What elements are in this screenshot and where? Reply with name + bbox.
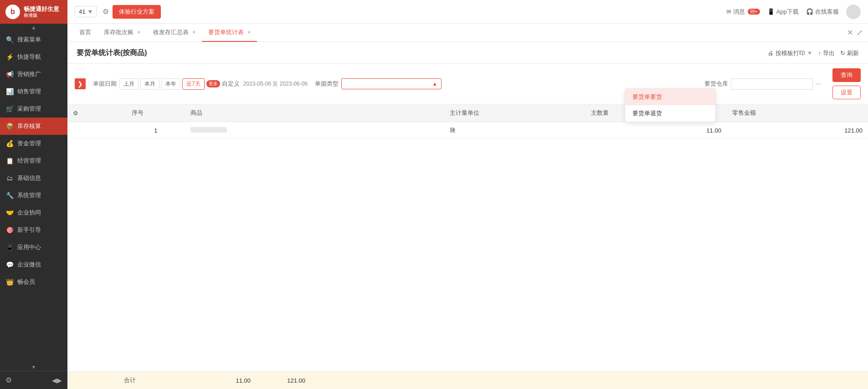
- date-btn-this-year[interactable]: 本年: [161, 78, 180, 90]
- store-selector[interactable]: 41 ▼: [75, 6, 97, 17]
- custom-date-label[interactable]: 自定义: [222, 80, 240, 88]
- type-filter-input[interactable]: ▲: [341, 78, 442, 89]
- tab-home[interactable]: 首页: [73, 24, 98, 42]
- tab-expand-icon[interactable]: ⤢: [857, 28, 863, 37]
- weixin-icon: 💬: [5, 261, 14, 269]
- service-action[interactable]: 🎧 在线客服: [806, 8, 839, 16]
- operations-icon: 📋: [5, 157, 14, 165]
- type-dropdown: 要货单要货 要货单退货: [625, 88, 716, 122]
- tab-close-inventory-batch[interactable]: ×: [137, 29, 140, 36]
- date-btn-this-month[interactable]: 本月: [140, 78, 159, 90]
- data-table: ⚙ 序号 商品 主计量单位 主数量: [67, 104, 868, 139]
- service-icon: 🎧: [806, 8, 813, 15]
- trial-button[interactable]: 体验行业方案: [113, 5, 161, 19]
- avatar[interactable]: [846, 5, 861, 19]
- sidebar-item-marketing[interactable]: 📢 营销推广: [0, 66, 67, 83]
- sidebar-item-collab[interactable]: 🤝 企业协同: [0, 204, 67, 221]
- page-content: 要货单统计表(按商品) 🖨 按模板打印 ▼ ↑ 导出 ↻ 刷新: [67, 42, 868, 389]
- sidebar-collapse-icon[interactable]: ◀▶: [52, 377, 62, 384]
- message-badge: 99+: [748, 9, 760, 15]
- basic-info-icon: 🗂: [5, 174, 14, 182]
- print-expand-icon: ▼: [807, 50, 813, 56]
- footer-label: 合计: [118, 376, 141, 384]
- th-settings[interactable]: ⚙: [67, 104, 126, 122]
- tab-close-all-icon[interactable]: ✕: [847, 28, 853, 37]
- sidebar-item-system[interactable]: 🔧 系统管理: [0, 187, 67, 204]
- export-button[interactable]: ↑ 导出: [818, 49, 835, 57]
- date-filter-group: 单据日期 上月 本月 本年 近7天 更多 自定义 2023-05-06 至 20…: [93, 78, 308, 90]
- sidebar-scroll-up[interactable]: ▲: [0, 24, 67, 31]
- guide-icon: 🎯: [5, 226, 14, 234]
- warehouse-more-icon[interactable]: ···: [816, 80, 822, 88]
- date-btn-7days[interactable]: 近7天: [182, 78, 205, 90]
- sidebar-item-operations[interactable]: 📋 经营管理: [0, 152, 67, 169]
- row-num: 1: [126, 122, 185, 139]
- sidebar-item-purchase[interactable]: 🛒 采购管理: [0, 100, 67, 118]
- table-area: ⚙ 序号 商品 主计量单位 主数量: [67, 104, 868, 371]
- topbar-left: 41 ▼ ⚙ 体验行业方案: [75, 5, 721, 19]
- date-more-badge[interactable]: 更多: [206, 80, 220, 87]
- query-button[interactable]: 查询: [832, 68, 861, 82]
- tabs-controls: ✕ ⤢: [847, 28, 863, 37]
- table-footer: 合计 11.00 121.00: [67, 371, 868, 389]
- sidebar-item-basic-info[interactable]: 🗂 基础信息: [0, 169, 67, 187]
- tab-close-receipt-summary[interactable]: ×: [192, 29, 195, 36]
- th-num: 序号: [126, 104, 185, 122]
- th-product: 商品: [185, 104, 444, 122]
- sidebar-item-apps[interactable]: 📱 应用中心: [0, 239, 67, 256]
- print-button[interactable]: 🖨 按模板打印 ▼: [768, 49, 813, 57]
- sidebar-item-guide[interactable]: 🎯 新手引导: [0, 221, 67, 239]
- sidebar-item-weixin[interactable]: 💬 企业微信: [0, 256, 67, 273]
- th-amount: 零售金额: [727, 104, 868, 122]
- sidebar-item-search[interactable]: 🔍 搜索菜单: [0, 31, 67, 48]
- export-icon: ↑: [818, 50, 822, 56]
- app-icon: 📱: [767, 8, 775, 15]
- message-action[interactable]: ✉ 消息 99+: [726, 8, 760, 16]
- sidebar-item-finance[interactable]: 💰 资金管理: [0, 135, 67, 152]
- topbar-gear-icon[interactable]: ⚙: [103, 7, 109, 16]
- sidebar: b 畅捷通好生意 标准版 ▲ 🔍 搜索菜单 ⚡ 快捷导航 📢 营销推广 📊 销售…: [0, 0, 67, 389]
- sidebar-item-quicknav[interactable]: ⚡ 快捷导航: [0, 48, 67, 66]
- tab-receipt-summary[interactable]: 收发存汇总表 ×: [147, 24, 202, 42]
- settings-button[interactable]: 设置: [832, 86, 861, 99]
- row-unit: 块: [444, 122, 586, 139]
- dropdown-item-order[interactable]: 要货单要货: [625, 89, 715, 105]
- tab-close-order-stats[interactable]: ×: [247, 29, 251, 36]
- sidebar-item-member[interactable]: 👑 畅会员: [0, 273, 67, 291]
- print-icon: 🖨: [768, 50, 774, 56]
- type-dropdown-arrow: ▲: [432, 81, 437, 87]
- tab-order-stats[interactable]: 要货单统计表 ×: [202, 24, 257, 42]
- dropdown-item-return[interactable]: 要货单退货: [625, 105, 715, 122]
- product-placeholder: [190, 127, 227, 133]
- refresh-icon: ↻: [840, 50, 845, 56]
- footer-qty: 11.00: [196, 377, 251, 384]
- tab-inventory-batch[interactable]: 库存批次账 ×: [98, 24, 147, 42]
- topbar-right: ✉ 消息 99+ 📱 App下载 🎧 在线客服: [726, 5, 861, 19]
- chevron-right-icon: ❯: [77, 80, 83, 87]
- warehouse-filter-input[interactable]: [731, 78, 813, 90]
- quicknav-icon: ⚡: [5, 53, 14, 61]
- date-buttons: 上月 本月 本年 近7天 更多 自定义: [119, 78, 240, 90]
- filter-toggle[interactable]: ❯: [75, 78, 86, 89]
- chevron-down-icon: ▼: [87, 8, 93, 15]
- app-download-action[interactable]: 📱 App下载: [767, 8, 799, 16]
- date-btn-last-month[interactable]: 上月: [119, 78, 139, 90]
- sidebar-footer: ⚙ ◀▶: [0, 371, 67, 389]
- sidebar-scroll-down[interactable]: ▼: [0, 363, 67, 371]
- topbar: 41 ▼ ⚙ 体验行业方案 ✉ 消息 99+ 📱 App下载 🎧 在线客服: [67, 0, 868, 24]
- page-header-actions: 🖨 按模板打印 ▼ ↑ 导出 ↻ 刷新: [768, 49, 859, 62]
- action-buttons: 查询 设置: [832, 68, 861, 99]
- refresh-button[interactable]: ↻ 刷新: [840, 49, 859, 57]
- main-area: 41 ▼ ⚙ 体验行业方案 ✉ 消息 99+ 📱 App下载 🎧 在线客服: [67, 0, 868, 389]
- sidebar-header: b 畅捷通好生意 标准版: [0, 0, 67, 24]
- sidebar-item-inventory[interactable]: 📦 库存核算: [0, 118, 67, 135]
- sidebar-nav: 🔍 搜索菜单 ⚡ 快捷导航 📢 营销推广 📊 销售管理 🛒 采购管理 📦 库存核…: [0, 31, 67, 363]
- date-filter-label: 单据日期: [93, 80, 117, 88]
- warehouse-filter-label: 要货仓库: [704, 80, 728, 88]
- footer-amount: 121.00: [251, 377, 305, 384]
- sidebar-item-sales[interactable]: 📊 销售管理: [0, 83, 67, 100]
- collab-icon: 🤝: [5, 209, 14, 217]
- settings-gear-icon[interactable]: ⚙: [5, 376, 12, 384]
- system-icon: 🔧: [5, 191, 14, 200]
- row-qty: 11.00: [586, 122, 727, 139]
